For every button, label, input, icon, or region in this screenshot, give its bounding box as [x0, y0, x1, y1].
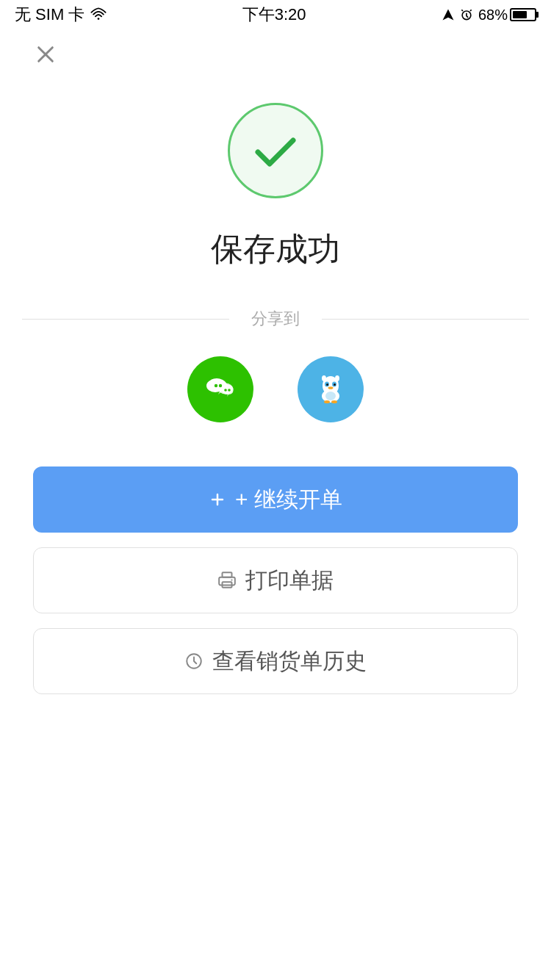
checkmark-icon	[249, 124, 302, 177]
continue-label: + 继续开单	[235, 485, 342, 515]
svg-point-0	[98, 18, 100, 20]
share-divider: 分享到	[0, 308, 551, 330]
print-icon	[217, 571, 237, 590]
svg-point-9	[215, 384, 217, 387]
print-label: 打印单据	[245, 566, 334, 596]
svg-point-24	[335, 375, 339, 381]
wifi-icon	[90, 7, 107, 23]
svg-point-20	[325, 392, 336, 400]
svg-point-21	[324, 400, 330, 403]
svg-point-16	[326, 383, 328, 386]
plus-icon	[209, 491, 226, 508]
qq-share-button[interactable]	[298, 356, 364, 422]
svg-point-23	[322, 375, 326, 381]
svg-point-18	[328, 386, 334, 389]
history-label: 查看销货单历史	[212, 646, 367, 677]
action-buttons: + 继续开单 打印单据 查看销货单历史	[33, 466, 518, 694]
alarm-icon	[459, 7, 474, 22]
svg-point-29	[231, 579, 232, 580]
wechat-icon	[201, 370, 240, 409]
wechat-share-button[interactable]	[187, 356, 253, 422]
divider-line-right	[322, 319, 529, 320]
svg-point-22	[331, 400, 337, 403]
main-content: 保存成功 分享到	[0, 29, 551, 980]
continue-button[interactable]: + 继续开单	[33, 466, 518, 533]
location-icon	[442, 8, 455, 21]
history-button[interactable]: 查看销货单历史	[33, 628, 518, 694]
svg-point-11	[224, 389, 227, 392]
svg-point-17	[334, 383, 336, 386]
history-icon	[184, 652, 204, 671]
status-time: 下午3:20	[242, 4, 306, 26]
battery-indicator: 68%	[478, 7, 536, 24]
success-icon-circle	[228, 103, 323, 198]
share-icons-container	[187, 356, 364, 422]
svg-point-12	[228, 389, 231, 392]
share-section: 分享到	[0, 308, 551, 422]
divider-line-left	[22, 319, 229, 320]
status-bar: 无 SIM 卡 下午3:20 68%	[0, 0, 551, 29]
success-title: 保存成功	[211, 228, 340, 271]
status-carrier: 无 SIM 卡	[15, 4, 107, 26]
share-label: 分享到	[251, 308, 300, 330]
qq-icon	[311, 370, 350, 409]
print-button[interactable]: 打印单据	[33, 547, 518, 613]
status-right: 68%	[442, 7, 536, 24]
svg-point-10	[219, 384, 222, 387]
